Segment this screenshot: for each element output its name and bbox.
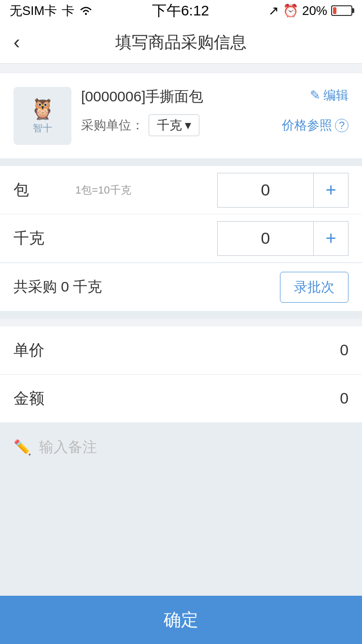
status-time: 下午6:12 [152, 1, 209, 21]
unit-value: 千克 [157, 117, 182, 134]
bag-input-control: + [217, 173, 348, 208]
kg-plus-button[interactable]: + [314, 221, 348, 256]
total-text: 共采购 0 千克 [14, 277, 102, 297]
nav-bar: ‹ 填写商品采购信息 [0, 21, 362, 64]
divider-1 [0, 158, 362, 166]
status-right: ↗ ⏰ 20% [268, 3, 352, 18]
divider-2 [0, 311, 362, 319]
pencil-icon: ✏️ [14, 439, 31, 456]
price-ref-label: 价格参照 [282, 117, 332, 134]
battery-icon [331, 5, 352, 16]
kg-quantity-input[interactable] [217, 221, 314, 256]
edit-label: 编辑 [323, 87, 348, 104]
purchase-unit-label: 采购单位： [81, 117, 144, 134]
product-owl-label: 智十 [33, 122, 52, 135]
location-icon: ↗ [268, 3, 279, 18]
carrier-text: 无SIM卡 [10, 2, 57, 19]
amount-label: 金额 [14, 388, 44, 409]
note-placeholder: 输入备注 [39, 437, 97, 457]
amount-row: 金额 0 [0, 375, 362, 423]
unit-price-label: 单价 [14, 340, 44, 361]
edit-icon: ✎ [310, 88, 320, 103]
battery-percent: 20% [302, 3, 327, 18]
back-button[interactable]: ‹ [14, 31, 20, 53]
kg-input-row: 千克 + [0, 214, 362, 263]
unit-price-row: 单价 0 [0, 326, 362, 375]
product-meta: 采购单位： 千克 ▾ 价格参照 ? [81, 114, 348, 136]
note-section[interactable]: ✏️ 输入备注 [0, 423, 362, 471]
purchase-unit: 采购单位： 千克 ▾ [81, 114, 199, 136]
kg-input-control: + [217, 221, 348, 256]
product-info: [0000006]手撕面包 采购单位： 千克 ▾ 价格参照 ? [81, 87, 348, 136]
product-image: 🦉 智十 [14, 87, 71, 145]
bag-plus-button[interactable]: + [314, 173, 348, 208]
price-ref-button[interactable]: 价格参照 ? [282, 117, 348, 134]
bag-label: 包 [14, 180, 71, 201]
price-section: 单价 0 金额 0 [0, 326, 362, 423]
status-left: 无SIM卡 卡 [10, 2, 93, 19]
wifi-icon [79, 6, 93, 15]
product-card: 🦉 智十 [0000006]手撕面包 采购单位： 千克 ▾ 价格参照 ? ✎ 编… [0, 73, 362, 158]
bag-quantity-input[interactable] [217, 173, 314, 208]
help-icon: ? [335, 119, 348, 132]
total-amount: 0 [61, 279, 69, 294]
unit-dropdown-icon: ▾ [185, 118, 191, 133]
unit-price-value: 0 [340, 341, 348, 359]
batch-button[interactable]: 录批次 [280, 272, 348, 303]
input-section: 包 1包=10千克 + 千克 + [0, 166, 362, 263]
alarm-icon: ⏰ [283, 3, 298, 18]
total-label: 共采购 [14, 279, 57, 294]
sim-text: 卡 [62, 2, 74, 19]
total-row: 共采购 0 千克 录批次 [0, 263, 362, 311]
product-name: [0000006]手撕面包 [81, 87, 348, 107]
bag-input-row: 包 1包=10千克 + [0, 166, 362, 214]
edit-button[interactable]: ✎ 编辑 [310, 87, 348, 104]
amount-value: 0 [340, 390, 348, 407]
status-bar: 无SIM卡 卡 下午6:12 ↗ ⏰ 20% [0, 0, 362, 21]
product-owl-icon: 🦉 [30, 97, 55, 121]
kg-label: 千克 [14, 228, 71, 249]
total-unit: 千克 [73, 279, 102, 294]
svg-point-0 [85, 13, 87, 15]
confirm-button[interactable]: 确定 [0, 596, 362, 644]
bag-sub-label: 1包=10千克 [75, 183, 217, 197]
page-title: 填写商品采购信息 [115, 31, 247, 54]
unit-select[interactable]: 千克 ▾ [149, 114, 199, 136]
